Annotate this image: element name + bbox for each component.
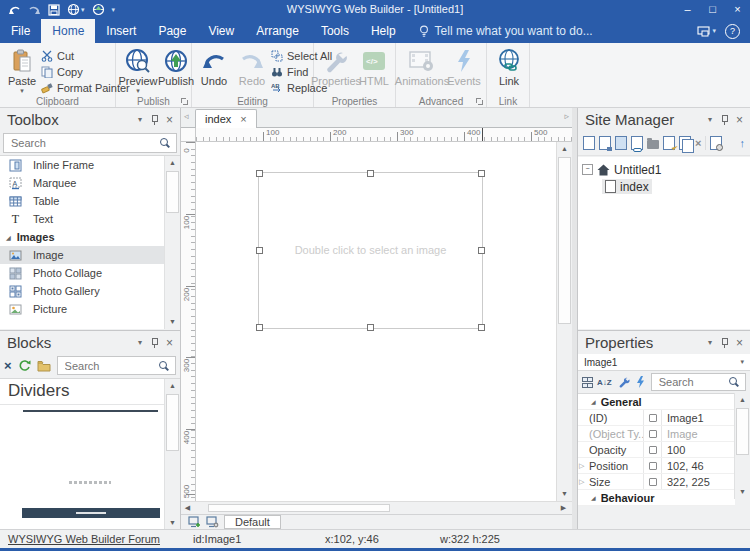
tab-insert[interactable]: Insert (95, 19, 147, 43)
toolbox-item-picture[interactable]: Picture (0, 300, 180, 318)
tab-page[interactable]: Page (147, 19, 197, 43)
breakpoint-tab-default[interactable]: Default (224, 515, 281, 529)
minimize-button[interactable]: – (675, 0, 700, 19)
preview-button[interactable]: Preview ▾ (119, 45, 157, 95)
expand-icon[interactable]: ▷ (579, 478, 584, 486)
new-page-icon[interactable] (583, 136, 595, 150)
pin-icon[interactable] (720, 114, 728, 125)
toolbox-scrollbar[interactable]: ▲ ▼ (164, 156, 180, 329)
resize-handle-w[interactable] (256, 247, 263, 254)
panel-close-icon[interactable]: × (166, 115, 173, 125)
redo-button[interactable]: Redo (233, 45, 271, 87)
blocks-search-input[interactable] (63, 359, 158, 373)
properties-search-input[interactable] (657, 375, 728, 389)
html-button[interactable]: </> HTML (355, 45, 393, 87)
paste-button[interactable]: Paste ▾ (3, 45, 41, 95)
toolbox-item-inline-frame[interactable]: Inline Frame (0, 156, 180, 174)
toolbox-item-photo-collage[interactable]: Photo Collage (0, 264, 180, 282)
scrollbar-thumb[interactable] (166, 394, 179, 451)
property-row-opacity[interactable]: Opacity 100 (578, 442, 735, 458)
edit-page-icon[interactable] (663, 136, 675, 150)
publish-button[interactable]: Publish (157, 45, 195, 87)
property-grid-scrollbar[interactable]: ▲ ▼ (734, 393, 750, 499)
resize-handle-nw[interactable] (256, 170, 263, 177)
property-row-size[interactable]: ▷ Size 322, 225 (578, 474, 735, 490)
tab-scroll-right-icon[interactable]: ▹ (564, 111, 569, 121)
pin-icon[interactable] (720, 337, 728, 348)
advanced-dialog-launcher-icon[interactable] (475, 97, 483, 105)
resize-handle-se[interactable] (478, 324, 485, 331)
canvas-vertical-scrollbar[interactable]: ▲ ▼ (556, 142, 572, 501)
tab-home[interactable]: Home (41, 19, 95, 43)
wrench-icon[interactable] (618, 376, 630, 388)
scroll-down-icon[interactable]: ▼ (735, 485, 750, 499)
canvas-horizontal-scrollbar[interactable]: ◀ ▶ (181, 501, 572, 514)
page-canvas[interactable]: Double click to select an image (196, 142, 556, 501)
scroll-down-icon[interactable]: ▼ (165, 315, 180, 329)
toolbox-item-text[interactable]: T Text (0, 210, 180, 228)
manage-breakpoints-icon[interactable] (206, 516, 219, 528)
tab-arrange[interactable]: Arrange (245, 19, 310, 43)
resize-handle-e[interactable] (478, 247, 485, 254)
site-tree-page-index[interactable]: index (578, 178, 750, 195)
page-settings-icon[interactable] (710, 136, 722, 150)
scroll-down-icon[interactable]: ▼ (557, 487, 572, 501)
link-button[interactable]: Link (490, 45, 528, 87)
pin-icon[interactable] (150, 114, 158, 125)
categorized-view-icon[interactable] (582, 377, 591, 388)
scroll-left-icon[interactable]: ◀ (181, 504, 194, 512)
tab-scroll-left-icon[interactable]: ◃ (184, 111, 189, 121)
scroll-down-icon[interactable]: ▼ (165, 516, 180, 530)
resize-handle-ne[interactable] (478, 170, 485, 177)
publish-dialog-launcher-icon[interactable] (180, 97, 188, 105)
panel-close-icon[interactable]: × (736, 338, 743, 348)
open-folder-icon[interactable] (37, 360, 51, 372)
tab-file[interactable]: File (0, 19, 41, 43)
blocks-scrollbar[interactable]: ▲ ▼ (164, 379, 180, 530)
divider-preview-caption[interactable] (69, 481, 111, 484)
help-button[interactable]: ? (725, 24, 740, 39)
site-tree-root[interactable]: − Untitled1 (578, 161, 750, 178)
blocks-category-heading[interactable]: Dividers (0, 379, 180, 405)
resize-handle-n[interactable] (367, 170, 374, 177)
scroll-up-icon[interactable]: ▲ (557, 142, 572, 156)
property-category-general[interactable]: ◢ General (578, 394, 735, 410)
object-selector-dropdown[interactable]: Image1 ▾ (578, 354, 750, 371)
resize-handle-s[interactable] (367, 324, 374, 331)
divider-preview-line[interactable] (23, 410, 158, 412)
selected-image-element[interactable]: Double click to select an image (258, 172, 483, 329)
animations-button[interactable]: Animations (399, 45, 445, 87)
page-properties-icon[interactable] (615, 136, 627, 150)
tab-help[interactable]: Help (360, 19, 407, 43)
toolbox-search-input[interactable] (9, 136, 159, 150)
refresh-icon[interactable] (18, 359, 31, 372)
properties-button[interactable]: Properties (317, 45, 355, 87)
events-button[interactable]: Events (445, 45, 483, 87)
delete-block-icon[interactable]: × (4, 360, 12, 372)
toolbox-item-marquee[interactable]: A Marquee (0, 174, 180, 192)
scrollbar-thumb[interactable] (736, 408, 749, 455)
property-category-behaviour[interactable]: ◢ Behaviour (578, 490, 735, 506)
tab-view[interactable]: View (197, 19, 245, 43)
page-link-icon[interactable] (631, 136, 643, 150)
panel-menu-icon[interactable]: ▾ (138, 338, 142, 347)
scrollbar-thumb[interactable] (208, 504, 390, 512)
panel-close-icon[interactable]: × (166, 338, 173, 348)
undo-button[interactable]: Undo (195, 45, 233, 87)
scroll-up-icon[interactable]: ▲ (735, 393, 750, 407)
toolbox-item-photo-gallery[interactable]: Photo Gallery (0, 282, 180, 300)
panel-menu-icon[interactable]: ▾ (708, 115, 712, 124)
document-tab-index[interactable]: index × (195, 109, 257, 128)
scrollbar-thumb[interactable] (558, 157, 571, 324)
scroll-right-icon[interactable]: ▶ (557, 504, 570, 512)
close-button[interactable]: × (725, 0, 750, 19)
pin-icon[interactable] (150, 337, 158, 348)
scroll-up-icon[interactable]: ▲ (165, 156, 180, 170)
divider-preview-bar[interactable] (22, 508, 160, 518)
property-row-id[interactable]: (ID) Image1 (578, 410, 735, 426)
expand-icon[interactable]: ▷ (579, 462, 584, 470)
add-breakpoint-icon[interactable] (188, 516, 201, 528)
clone-page-icon[interactable] (679, 136, 691, 150)
scroll-up-icon[interactable]: ▲ (165, 379, 180, 393)
move-up-icon[interactable]: ↑ (740, 137, 746, 149)
